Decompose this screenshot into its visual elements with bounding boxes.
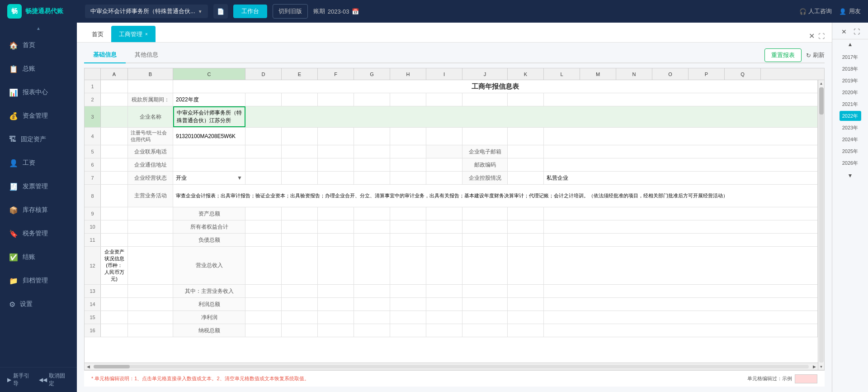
cell-11-B[interactable] [128, 234, 173, 246]
cell-12-J[interactable] [462, 247, 508, 284]
sidebar-scroll-up[interactable]: ▲ [0, 23, 77, 33]
cell-14-H[interactable] [390, 298, 426, 311]
year-button-2021年[interactable]: 2021年 [840, 99, 861, 109]
cell-4-F[interactable] [318, 128, 354, 145]
cell-2-F[interactable] [318, 93, 354, 106]
cell-15-K[interactable] [508, 311, 544, 324]
sidebar-item-首页[interactable]: 🏠首页 [0, 33, 77, 57]
cell-4-A[interactable] [101, 128, 128, 145]
cell-11-E[interactable] [282, 234, 318, 246]
sidebar-item-总账[interactable]: 📋总账 [0, 57, 77, 81]
user-area[interactable]: 👤 用友 [839, 7, 861, 15]
cell-7-E[interactable] [282, 172, 318, 184]
dropdown-arrow-icon[interactable]: ▼ [237, 175, 242, 181]
cell-11-H[interactable] [390, 234, 426, 246]
scroll-up-arrow[interactable]: ▲ [818, 80, 825, 86]
year-button-2023年[interactable]: 2023年 [840, 123, 861, 133]
year-button-2026年[interactable]: 2026年 [840, 158, 861, 168]
scroll-track[interactable] [94, 365, 809, 368]
cell-13-F[interactable] [318, 285, 354, 297]
cell-13-J[interactable] [462, 285, 508, 297]
cell-16-E[interactable] [282, 324, 318, 337]
cell-13-rest[interactable] [544, 285, 818, 297]
cell-9-F[interactable] [318, 207, 354, 220]
cell-14-B[interactable] [128, 298, 173, 311]
vertical-scrollbar[interactable]: ▲ ▼ [818, 80, 824, 370]
cell-12-B[interactable] [128, 247, 173, 284]
cell-14-D[interactable] [245, 298, 282, 311]
cell-7-H[interactable] [390, 172, 426, 184]
year-button-2024年[interactable]: 2024年 [840, 134, 861, 144]
right-panel-close[interactable]: ✕ [839, 26, 849, 37]
sidebar-item-归档管理[interactable]: 📁归档管理 [0, 269, 77, 292]
cell-16-I[interactable] [426, 324, 462, 337]
cell-5-C[interactable] [173, 145, 245, 158]
year-button-2019年[interactable]: 2019年 [840, 76, 861, 86]
cell-11-K[interactable] [508, 234, 544, 246]
cell-2-A[interactable] [101, 93, 128, 106]
cell-3-B[interactable]: 企业名称 [128, 106, 173, 127]
cell-15-H[interactable] [390, 311, 426, 324]
cell-10-K[interactable] [508, 220, 544, 233]
cell-6-D[interactable] [245, 158, 282, 171]
cell-7-K[interactable] [508, 172, 544, 184]
new-guide-button[interactable]: ▶ 新手引导 [7, 372, 34, 387]
cell-9-K[interactable] [508, 207, 544, 220]
right-panel-expand[interactable]: ⛶ [851, 26, 862, 37]
cell-4-I[interactable] [426, 128, 462, 145]
cell-3-rest[interactable] [245, 106, 818, 127]
cell-4-G[interactable] [354, 128, 390, 145]
year-button-2022年[interactable]: 2022年 [840, 111, 861, 121]
unpin-button[interactable]: ◀◀ 取消固定 [39, 372, 70, 387]
cell-13-D[interactable] [245, 285, 282, 297]
cell-15-G[interactable] [354, 311, 390, 324]
cell-2-I[interactable] [426, 93, 462, 106]
cell-2-C[interactable]: 2022年度 [173, 93, 245, 106]
cell-5-B[interactable]: 企业联系电话 [128, 145, 173, 158]
sidebar-item-资金管理[interactable]: 💰资金管理 [0, 104, 77, 128]
cell-5-I[interactable] [426, 145, 462, 158]
cell-9-G[interactable] [354, 207, 390, 220]
cell-4-J[interactable] [462, 128, 508, 145]
cell-2-D[interactable] [245, 93, 282, 106]
year-up-arrow[interactable]: ▲ [848, 41, 853, 48]
cell-6-rest[interactable] [544, 158, 818, 171]
tab-business[interactable]: 工商管理 × [111, 26, 156, 42]
cell-15-rest[interactable] [544, 311, 818, 324]
cell-11-J[interactable] [462, 234, 508, 246]
cell-7-J[interactable]: 企业控股情况 [462, 172, 508, 184]
cell-7-rest[interactable]: 私营企业 [544, 172, 818, 184]
cell-9-A[interactable] [101, 207, 128, 220]
cell-6-H[interactable] [390, 158, 426, 171]
cell-9-D[interactable] [245, 207, 282, 220]
cell-11-F[interactable] [318, 234, 354, 246]
cell-10-I[interactable] [426, 220, 462, 233]
cell-14-E[interactable] [282, 298, 318, 311]
cell-12-C[interactable]: 营业总收入 [173, 247, 245, 284]
cell-13-H[interactable] [390, 285, 426, 297]
cell-13-G[interactable] [354, 285, 390, 297]
horizontal-scrollbar[interactable]: ◀ ▶ [85, 363, 818, 370]
cell-2-J[interactable] [462, 93, 508, 106]
cell-12-D[interactable] [245, 247, 282, 284]
cell-10-C[interactable]: 所有者权益合计 [173, 220, 245, 233]
cell-12-E[interactable] [282, 247, 318, 284]
cell-10-H[interactable] [390, 220, 426, 233]
cell-4-B[interactable]: 注册号/统一社会信用代码 [128, 128, 173, 145]
cell-5-D[interactable] [245, 145, 282, 158]
cell-4-H[interactable] [390, 128, 426, 145]
cell-16-H[interactable] [390, 324, 426, 337]
cell-15-J[interactable] [462, 311, 508, 324]
cell-5-G[interactable] [354, 145, 390, 158]
cell-11-A[interactable] [101, 234, 128, 246]
sidebar-item-发票管理[interactable]: 🧾发票管理 [0, 175, 77, 198]
expand-window-button[interactable]: ⛶ [818, 33, 825, 40]
cell-10-rest[interactable] [544, 220, 818, 233]
cell-9-rest[interactable] [544, 207, 818, 220]
refresh-button[interactable]: ↻ 刷新 [806, 51, 825, 59]
cell-7-D[interactable] [245, 172, 282, 184]
cell-16-G[interactable] [354, 324, 390, 337]
cell-9-E[interactable] [282, 207, 318, 220]
cell-7-A[interactable] [101, 172, 128, 184]
cell-12-F[interactable] [318, 247, 354, 284]
